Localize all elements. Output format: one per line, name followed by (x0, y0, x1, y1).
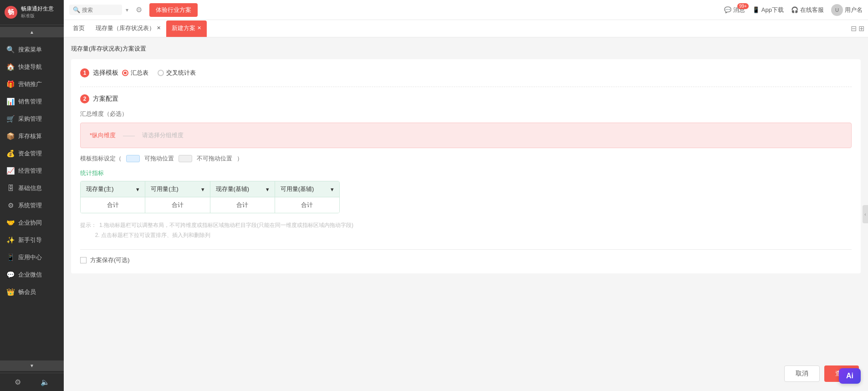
sidebar-item-sales[interactable]: 📊 销售管理 (0, 93, 64, 110)
dropdown-icon[interactable]: ▾ (126, 7, 128, 13)
scheme-panel: 1 选择模板 汇总表 交叉统计表 (71, 59, 861, 273)
avatar: U (831, 4, 843, 16)
non-draggable-indicator-box (179, 155, 192, 162)
right-panel-handle[interactable]: ‹ (863, 205, 868, 223)
template-radio-group: 汇总表 交叉统计表 (122, 69, 196, 77)
sidebar-item-inventory[interactable]: 📦 库存核算 (0, 128, 64, 145)
user-menu[interactable]: U 用户名 (831, 4, 863, 16)
col-base-qty[interactable]: 现存量(基辅) ▾ (210, 181, 275, 197)
tips-section: 提示： 1.拖动标题栏可以调整布局，不可跨维度或指标区域拖动栏目字段(只能在同一… (80, 221, 852, 240)
chat-icon: 💬 (6, 271, 15, 279)
search-box[interactable]: 🔍 (69, 5, 122, 15)
template-indicator-text: 模板指标设定（ (80, 154, 122, 163)
gear-icon: ⚙ (6, 201, 15, 210)
expand-icon[interactable]: ⊞ (858, 24, 864, 33)
handshake-icon: 🤝 (6, 219, 15, 227)
sidebar-nav: 🔍 搜索菜单 🏠 快捷导航 🎁 营销推广 📊 销售管理 🛒 采购管理 📦 库存核… (0, 39, 64, 359)
radio-cross[interactable]: 交叉统计表 (158, 69, 196, 77)
phone-icon: 📱 (752, 6, 760, 13)
minimize-icon[interactable]: ⊟ (851, 24, 857, 33)
sidebar-item-purchase[interactable]: 🛒 采购管理 (0, 110, 64, 128)
sidebar: 畅 畅康通好生意 标准版 ▲ 🔍 搜索菜单 🏠 快捷导航 🎁 营销推广 📊 销售… (0, 0, 64, 391)
page-title: 现存量(库存状况表)方案设置 (71, 45, 861, 53)
step2-header: 2 方案配置 (80, 94, 852, 103)
settings-icon[interactable]: ⚙ (15, 378, 21, 386)
sidebar-item-coop[interactable]: 🤝 企业协同 (0, 214, 64, 232)
tab-new-scheme-label: 新建方案 (172, 24, 195, 32)
sidebar-item-label: 采购管理 (18, 115, 42, 123)
sidebar-item-wechat[interactable]: 💬 企业微信 (0, 266, 64, 283)
sidebar-item-label: 系统管理 (18, 201, 42, 210)
sidebar-item-guide[interactable]: ✨ 新手引导 (0, 232, 64, 249)
sidebar-item-finance[interactable]: 💰 资金管理 (0, 145, 64, 162)
col-avail-main[interactable]: 可用量(主) ▾ (145, 181, 210, 197)
required-dimension-row: *纵向维度 —— 请选择分组维度 (80, 123, 852, 148)
col-base-qty-dropdown[interactable]: ▾ (266, 186, 269, 193)
sidebar-item-label: 应用中心 (18, 253, 42, 262)
stats-table-row: 合计 合计 合计 合计 (81, 197, 339, 213)
topbar-gear-icon[interactable]: ⚙ (136, 5, 142, 14)
tab-home-label: 首页 (73, 24, 85, 32)
sidebar-item-shortcut[interactable]: 🏠 快捷导航 (0, 58, 64, 76)
ai-button[interactable]: Ai (839, 368, 861, 384)
cell-sum-3: 合计 (275, 197, 339, 213)
crown-icon: 👑 (6, 288, 15, 296)
col-avail-main-dropdown[interactable]: ▾ (201, 186, 204, 193)
cell-sum-0: 合计 (81, 197, 145, 213)
radio-cross-circle (158, 70, 164, 76)
close-tab-inventory-icon[interactable]: ✕ (157, 25, 161, 31)
sidebar-item-label: 畅会员 (18, 288, 36, 296)
scroll-up-button[interactable]: ▲ (0, 27, 64, 37)
radio-summary-circle (122, 70, 128, 76)
step1-section: 1 选择模板 汇总表 交叉统计表 (80, 68, 852, 77)
sidebar-item-label: 基础信息 (18, 184, 42, 192)
app-download-button[interactable]: 📱 App下载 (752, 6, 784, 14)
radio-summary[interactable]: 汇总表 (122, 69, 148, 77)
message-badge: 99+ (737, 3, 749, 9)
sidebar-item-basic[interactable]: 🗄 基础信息 (0, 180, 64, 197)
search-icon: 🔍 (6, 46, 15, 54)
trial-button[interactable]: 体验行业方案 (149, 3, 198, 17)
radio-cross-label: 交叉统计表 (166, 69, 196, 77)
sparkle-icon: ✨ (6, 236, 15, 244)
close-tab-new-scheme-icon[interactable]: ✕ (197, 25, 201, 31)
sidebar-bottom: ⚙ 🔈 (0, 373, 64, 391)
save-checkbox[interactable] (80, 257, 87, 263)
step1-title: 选择模板 (93, 69, 118, 77)
tip-indent (80, 231, 92, 241)
tab-new-scheme[interactable]: 新建方案 ✕ (166, 21, 207, 37)
save-row: 方案保存(可选) (80, 249, 852, 264)
required-divider: —— (123, 132, 135, 139)
app-name: 畅康通好生意 (21, 5, 54, 13)
step2-section: 2 方案配置 汇总维度（必选） *纵向维度 —— 请选择分组维度 模板指标设定（… (80, 94, 852, 240)
step2-number: 2 (80, 94, 89, 103)
tab-home[interactable]: 首页 (67, 21, 90, 37)
tip-text-0: 1.拖动标题栏可以调整布局，不可跨维度或指标区域拖动栏目字段(只能在同一维度或指… (99, 221, 353, 231)
col-base-qty-label: 现存量(基辅) (216, 185, 250, 193)
col-avail-base[interactable]: 可用量(基辅) ▾ (275, 181, 339, 197)
scroll-down-button[interactable]: ▼ (0, 360, 64, 371)
col-avail-base-dropdown[interactable]: ▾ (331, 186, 334, 193)
draggable-label: 可拖动位置 (144, 154, 174, 163)
tab-inventory-status[interactable]: 现存量（库存状况表） ✕ (90, 21, 166, 37)
sidebar-item-member[interactable]: 👑 畅会员 (0, 283, 64, 301)
step1-header: 1 选择模板 汇总表 交叉统计表 (80, 68, 852, 77)
indicator-close-paren: ） (237, 154, 243, 163)
sidebar-item-system[interactable]: ⚙ 系统管理 (0, 197, 64, 214)
step1-number: 1 (80, 68, 89, 77)
col-main-qty[interactable]: 现存量(主) ▾ (81, 181, 145, 197)
money-icon: 💰 (6, 149, 15, 158)
sidebar-item-search[interactable]: 🔍 搜索菜单 (0, 41, 64, 58)
online-service-button[interactable]: 🎧 在线客服 (791, 6, 824, 14)
sidebar-item-apps[interactable]: 📱 应用中心 (0, 249, 64, 266)
sidebar-item-operation[interactable]: 📈 经营管理 (0, 162, 64, 180)
mobile-icon: 📱 (6, 253, 15, 262)
cancel-button[interactable]: 取消 (784, 365, 820, 382)
cart-icon: 🛒 (6, 115, 15, 123)
search-input[interactable] (82, 7, 118, 13)
col-main-qty-dropdown[interactable]: ▾ (136, 186, 139, 193)
message-button[interactable]: 💬 消息 99+ (724, 6, 745, 14)
sidebar-item-marketing[interactable]: 🎁 营销推广 (0, 76, 64, 93)
speaker-icon[interactable]: 🔈 (41, 378, 50, 386)
stats-label: 统计指标 (80, 169, 852, 177)
